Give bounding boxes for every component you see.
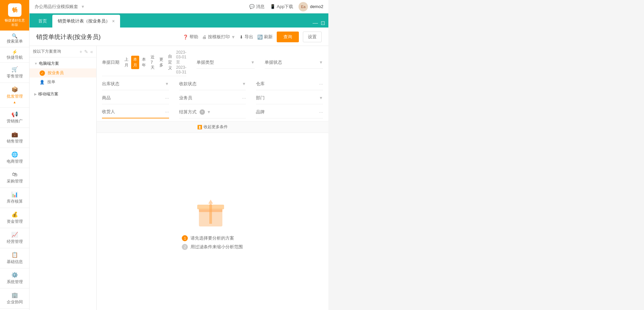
sidebar-item-enterprise[interactable]: 🏢 企业协同 bbox=[0, 289, 29, 308]
scheme-group-mobile-title[interactable]: ▶ 移动端方案 bbox=[30, 89, 96, 99]
date-btn-last-month[interactable]: 上月 bbox=[122, 56, 130, 69]
marketing-icon: 📢 bbox=[11, 111, 18, 117]
sidebar-group-enterprise: 🏢 企业协同 bbox=[0, 289, 29, 309]
sidebar-item-retail[interactable]: 🛒 零售管理 bbox=[0, 63, 29, 83]
salesperson-input[interactable]: ··· bbox=[200, 95, 246, 101]
sidebar-item-sales[interactable]: 💼 销售管理 bbox=[0, 128, 29, 148]
export-icon: ⬇ bbox=[239, 35, 243, 40]
finance-label: 资金管理 bbox=[7, 219, 23, 224]
topbar: 办公用品行业模拟账套 ▼ 💬 消息 📱 App下载 Ea demo2 bbox=[30, 0, 328, 13]
tab-close-btn[interactable]: × bbox=[112, 18, 115, 24]
empty-step-2: 2 用过滤条件来缩小分析范围 bbox=[182, 244, 243, 250]
goods-input[interactable]: ··· bbox=[122, 95, 169, 101]
retail-label: 零售管理 bbox=[7, 73, 23, 79]
outstatus-input[interactable]: ▼ bbox=[122, 82, 169, 86]
doctype-input[interactable]: ▼ bbox=[217, 60, 255, 65]
expand-icon: ▲ bbox=[13, 100, 16, 104]
query-btn[interactable]: 查询 bbox=[277, 32, 299, 42]
sidebar-item-newbie[interactable]: 🆕 新手引导 bbox=[0, 309, 29, 310]
doctype-arrow-icon: ▼ bbox=[251, 60, 255, 65]
inventory-icon: 📊 bbox=[11, 191, 18, 198]
warehouse-input[interactable]: ··· bbox=[276, 81, 323, 87]
scheme-item-order[interactable]: 👤 按单 bbox=[30, 78, 96, 87]
sidebar-group-ecommerce: 🌐 电商管理 bbox=[0, 148, 29, 168]
date-btn-7days[interactable]: 近7天 bbox=[149, 53, 157, 71]
chevron-down-icon: ▼ bbox=[34, 62, 38, 65]
sidebar-item-ecommerce[interactable]: 🌐 电商管理 bbox=[0, 148, 29, 168]
date-btn-more[interactable]: 更多 bbox=[157, 56, 165, 69]
date-btn-this-year[interactable]: 本年 bbox=[140, 56, 148, 69]
scheme-item-salesperson[interactable]: ✓ 按业务员 bbox=[30, 68, 96, 78]
sidebar-search[interactable]: 🔍 搜索菜单 bbox=[0, 31, 29, 47]
empty-illustration bbox=[189, 193, 236, 230]
collapse-btn[interactable]: ⏫ 收起更多条件 bbox=[197, 124, 228, 130]
filter-receiptstatus-cell: 收款状态 ▼ bbox=[179, 79, 246, 90]
outstatus-arrow-icon: ▼ bbox=[165, 82, 169, 86]
scheme-panel: 按以下方案查询 + ✎ « ▼ 电脑端方案 ✓ bbox=[30, 46, 97, 310]
purchase-label: 采购管理 bbox=[7, 178, 23, 184]
scheme-collapse-btn[interactable]: « bbox=[90, 49, 93, 54]
sidebar-item-inventory[interactable]: 📊 库存核算 bbox=[0, 188, 29, 208]
dept-input[interactable]: ▼ bbox=[276, 96, 323, 100]
receiptstatus-arrow-icon: ▼ bbox=[242, 82, 246, 86]
consignee-label: 收货人 bbox=[102, 109, 120, 115]
main-content: 按以下方案查询 + ✎ « ▼ 电脑端方案 ✓ bbox=[30, 46, 328, 310]
sidebar-item-purchase[interactable]: 🛍 采购管理 bbox=[0, 168, 29, 188]
sidebar-item-basic[interactable]: 📋 基础信息 bbox=[0, 248, 29, 268]
chevron-right-icon: ▶ bbox=[34, 92, 37, 96]
search-label: 搜索菜单 bbox=[2, 39, 28, 44]
salesperson-scheme-label: 按业务员 bbox=[48, 70, 64, 76]
refresh-btn[interactable]: 🔄 刷新 bbox=[257, 34, 273, 40]
purchase-icon: 🛍 bbox=[12, 171, 17, 177]
filter-section: 单据日期 上月 本月 本年 近7天 更多 自定义 2023-03-01 至 20… bbox=[97, 46, 328, 133]
finance-icon: 💰 bbox=[11, 211, 18, 218]
sidebar-item-system[interactable]: ⚙️ 系统管理 bbox=[0, 268, 29, 288]
user-menu[interactable]: Ea demo2 bbox=[299, 2, 323, 11]
refresh-icon: 🔄 bbox=[257, 35, 263, 40]
step2-num: 2 bbox=[182, 244, 188, 250]
scheme-group-pc: ▼ 电脑端方案 ✓ 按业务员 👤 按单 bbox=[30, 57, 96, 88]
consignee-input[interactable]: ··· bbox=[122, 109, 169, 114]
active-scheme-icon: ✓ bbox=[40, 70, 45, 76]
tab-home[interactable]: 首页 bbox=[33, 15, 52, 28]
scheme-icons: + ✎ « bbox=[79, 49, 93, 54]
sidebar-item-marketing[interactable]: 📢 营销推广 bbox=[0, 108, 29, 127]
brand-label: 品牌 bbox=[256, 109, 274, 115]
docstatus-input[interactable]: ▼ bbox=[285, 60, 323, 65]
window-minimize-btn[interactable]: — bbox=[313, 20, 318, 26]
payment-clear-btn[interactable]: × bbox=[200, 109, 205, 115]
export-label: 导出 bbox=[245, 34, 253, 40]
tab-window-controls: — ⊡ bbox=[313, 20, 325, 28]
scheme-group-mobile: ▶ 移动端方案 bbox=[30, 88, 96, 100]
sidebar-item-wholesale[interactable]: 📦 批发管理 ▲ bbox=[0, 83, 29, 107]
sidebar-group-newbie: 🆕 新手引导 bbox=[0, 309, 29, 310]
print-btn[interactable]: 🖨 按模板打印 ▼ bbox=[202, 34, 235, 40]
app-logo[interactable]: 畅 畅捷通好生意 标版 bbox=[0, 0, 29, 31]
brand-input[interactable]: ··· bbox=[276, 109, 323, 115]
date-btn-custom[interactable]: 自定义 bbox=[166, 53, 174, 72]
filter-docstatus-cell: 单据状态 ▼ bbox=[265, 57, 323, 69]
system-label: 系统管理 bbox=[7, 279, 23, 285]
export-btn[interactable]: ⬇ 导出 bbox=[239, 34, 253, 40]
scheme-group-pc-title[interactable]: ▼ 电脑端方案 bbox=[30, 59, 96, 68]
scheme-add-btn[interactable]: + bbox=[79, 49, 82, 54]
wholesale-icon: 📦 bbox=[11, 86, 18, 93]
setting-btn[interactable]: 设置 bbox=[303, 32, 322, 42]
help-label: 帮助 bbox=[190, 34, 198, 40]
help-btn[interactable]: ❓ 帮助 bbox=[183, 34, 198, 40]
payment-input[interactable]: × ▼ bbox=[200, 109, 246, 115]
sidebar-quick-nav[interactable]: ⚡ 快捷导航 bbox=[0, 47, 29, 63]
messages-btn[interactable]: 💬 消息 bbox=[249, 4, 265, 10]
sidebar-item-finance[interactable]: 💰 资金管理 bbox=[0, 208, 29, 228]
username-label: demo2 bbox=[310, 4, 323, 9]
receiptstatus-input[interactable]: ▼ bbox=[200, 82, 246, 86]
salesperson-label: 业务员 bbox=[179, 95, 198, 101]
tab-active[interactable]: 销货单统计表（按业务员） × bbox=[52, 15, 120, 28]
sidebar-item-operations[interactable]: 📈 经营管理 bbox=[0, 228, 29, 248]
window-maximize-btn[interactable]: ⊡ bbox=[321, 20, 325, 26]
date-btn-this-month[interactable]: 本月 bbox=[131, 56, 139, 69]
scheme-edit-btn[interactable]: ✎ bbox=[84, 49, 88, 54]
sales-icon: 💼 bbox=[11, 131, 18, 138]
app-download-btn[interactable]: 📱 App下载 bbox=[270, 4, 293, 10]
sidebar-group-marketing: 📢 营销推广 bbox=[0, 108, 29, 128]
